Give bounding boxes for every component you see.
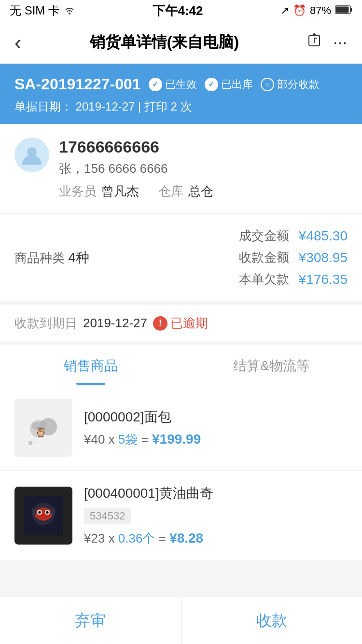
more-button[interactable]: ···	[333, 33, 348, 51]
svg-point-16	[38, 511, 41, 514]
customer-meta: 业务员 曾凡杰 仓库 总仓	[59, 183, 348, 200]
salesperson-label: 业务员	[59, 183, 97, 200]
list-item: 🦉 量+ [0000002]面包 ¥40 x 5袋 = ¥199.99	[0, 385, 362, 471]
status-right: ↗ ⏰ 87%	[280, 4, 352, 17]
wifi-icon	[64, 4, 75, 17]
product-info-1: [0000002]面包 ¥40 x 5袋 = ¥199.99	[84, 408, 348, 448]
svg-point-8	[32, 422, 40, 430]
product-image-2	[14, 487, 72, 545]
warehouse-label: 仓库	[158, 183, 183, 200]
status-left: 无 SIM 卡	[10, 3, 75, 18]
salesperson-name: 曾凡杰	[101, 183, 139, 200]
battery-icon	[335, 4, 352, 17]
product-price-2: ¥23 x 0.36个 = ¥8.28	[84, 530, 348, 547]
list-item: [000400001]黄油曲奇 534532 ¥23 x 0.36个 = ¥8.…	[0, 471, 362, 561]
overdue-badge: ! 已逾期	[153, 315, 208, 332]
svg-rect-1	[350, 8, 352, 12]
check-icon-1: ✓	[149, 78, 162, 91]
svg-point-9	[39, 421, 46, 429]
tab-sales-products[interactable]: 销售商品	[0, 345, 181, 385]
badge-effective: ✓ 已生效	[149, 77, 197, 92]
warehouse-name: 总仓	[188, 183, 213, 200]
check-icon-2: ✓	[205, 78, 218, 91]
stats-right: 成交金额 ¥485.30 收款金额 ¥308.95 本单欠款 ¥176.35	[239, 227, 348, 288]
nav-title: 销货单详情(来自电脑)	[90, 32, 239, 53]
header-date: 单据日期： 2019-12-27 | 打印 2 次	[14, 99, 348, 114]
badge-shipped: ✓ 已出库	[205, 77, 253, 92]
alarm-icon: ⏰	[293, 4, 306, 17]
product-name-2: [000400001]黄油曲奇	[84, 484, 348, 503]
back-button[interactable]: ‹	[14, 30, 22, 55]
badge-partial: ○ 部分收款	[261, 77, 320, 92]
product-image-1: 🦉 量+	[14, 399, 72, 457]
stats-left: 商品种类 4种	[14, 249, 89, 267]
nav-bar: ‹ 销货单详情(来自电脑) ···	[0, 21, 362, 64]
product-list: 🦉 量+ [0000002]面包 ¥40 x 5袋 = ¥199.99	[0, 385, 362, 561]
warehouse-info: 仓库 总仓	[158, 183, 213, 200]
header-banner: SA-20191227-001 ✓ 已生效 ✓ 已出库 ○ 部分收款 单据日期：…	[0, 64, 362, 124]
tab-bar: 销售商品 结算&物流等	[0, 345, 362, 385]
product-info-2: [000400001]黄油曲奇 534532 ¥23 x 0.36个 = ¥8.…	[84, 484, 348, 547]
svg-text:量+: 量+	[28, 440, 36, 446]
tab-settlement[interactable]: 结算&物流等	[181, 345, 362, 385]
customer-avatar	[14, 138, 49, 172]
customer-id: 17666666666	[59, 138, 348, 156]
header-top: SA-20191227-001 ✓ 已生效 ✓ 已出库 ○ 部分收款	[14, 75, 348, 93]
bottom-bar: 弃审 收款	[0, 597, 362, 644]
product-sku-2: 534532	[84, 508, 131, 524]
order-id: SA-20191227-001	[14, 75, 141, 93]
status-time: 下午4:42	[153, 2, 203, 19]
battery-text: 87%	[310, 4, 331, 17]
collect-payment-button[interactable]: 收款	[181, 597, 362, 644]
stats-section: 商品种类 4种 成交金额 ¥485.30 收款金额 ¥308.95 本单欠款 ¥…	[0, 214, 362, 305]
carrier-text: 无 SIM 卡	[10, 3, 60, 18]
salesperson-info: 业务员 曾凡杰	[59, 183, 139, 200]
customer-info: 17666666666 张，156 6666 6666 业务员 曾凡杰 仓库 总…	[59, 138, 348, 200]
discard-review-button[interactable]: 弃审	[0, 597, 181, 644]
product-name-1: [0000002]面包	[84, 408, 348, 426]
overdue-icon: !	[153, 316, 167, 331]
due-section: 收款到期日 2019-12-27 ! 已逾期	[0, 305, 362, 345]
debt-row: 本单欠款 ¥176.35	[239, 271, 348, 288]
customer-section: 17666666666 张，156 6666 6666 业务员 曾凡杰 仓库 总…	[0, 124, 362, 214]
received-row: 收款金额 ¥308.95	[239, 249, 348, 266]
product-price-1: ¥40 x 5袋 = ¥199.99	[84, 431, 348, 448]
share-button[interactable]	[307, 33, 321, 51]
svg-rect-2	[335, 7, 348, 13]
clock-icon: ○	[261, 78, 274, 91]
status-bar: 无 SIM 卡 下午4:42 ↗ ⏰ 87%	[0, 0, 362, 21]
customer-name: 张，156 6666 6666	[59, 160, 348, 177]
location-icon: ↗	[280, 4, 289, 17]
nav-right-actions: ···	[307, 33, 348, 51]
svg-point-17	[46, 511, 48, 514]
amount-row: 成交金额 ¥485.30	[239, 227, 348, 244]
